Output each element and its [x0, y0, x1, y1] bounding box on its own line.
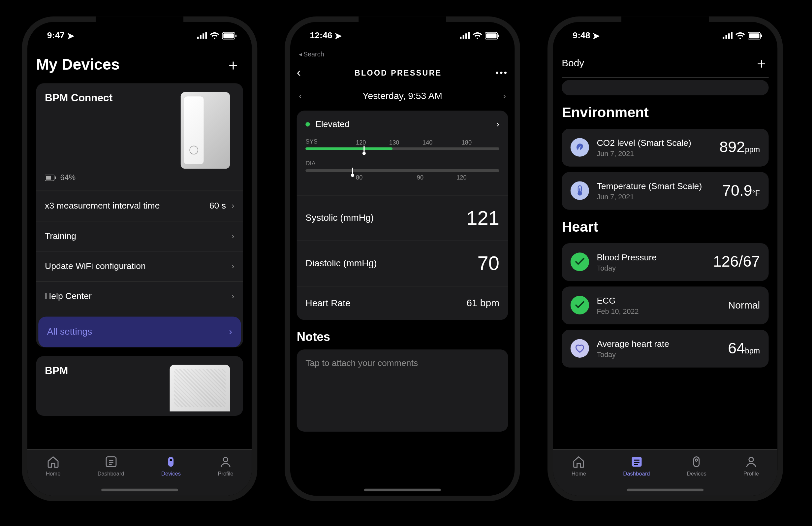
svg-rect-2 [203, 33, 204, 39]
tab-profile[interactable]: Profile [743, 455, 759, 477]
home-icon [46, 455, 60, 468]
row-help-center[interactable]: Help Center› [36, 281, 243, 311]
device-image [170, 365, 230, 412]
svg-rect-37 [634, 464, 638, 465]
home-indicator[interactable] [627, 489, 704, 491]
row-training[interactable]: Training› [36, 221, 243, 251]
metric-ecg[interactable]: ECGFeb 10, 2022 Normal [562, 286, 768, 324]
chevron-right-icon: › [232, 201, 234, 211]
bp-chart: SYS 120130140180 DIA 8090120 [297, 138, 508, 195]
metric-blood-pressure[interactable]: Blood PressureToday 126/67 [562, 243, 768, 281]
svg-rect-29 [749, 33, 759, 38]
battery-icon [748, 32, 762, 39]
svg-rect-23 [498, 34, 499, 37]
battery-icon [222, 32, 236, 39]
svg-rect-10 [106, 457, 116, 467]
svg-rect-27 [731, 32, 733, 39]
svg-rect-9 [55, 176, 56, 179]
notes-title: Notes [297, 330, 508, 344]
svg-rect-19 [465, 33, 467, 39]
location-icon: ➤ [592, 30, 599, 41]
dashboard-icon [104, 455, 117, 468]
heart-icon [570, 339, 589, 358]
tab-devices[interactable]: Devices [687, 455, 707, 477]
page-title: My Devices [36, 56, 243, 73]
home-indicator[interactable] [364, 489, 441, 491]
environment-title: Environment [562, 104, 768, 121]
dashboard-icon [630, 455, 643, 468]
status-bar: 9:47➤ [27, 22, 252, 49]
tab-home[interactable]: Home [46, 455, 60, 477]
tab-dashboard[interactable]: Dashboard [98, 455, 124, 477]
location-icon: ➤ [334, 30, 342, 41]
devices-icon [690, 455, 703, 468]
device-card-bpm[interactable]: BPM [36, 356, 243, 416]
notes-input[interactable]: Tap to attach your comments [297, 350, 508, 432]
bp-status-row[interactable]: Elevated › [297, 111, 508, 138]
leaf-icon [570, 138, 589, 156]
add-body-metric-button[interactable]: ＋ [754, 54, 768, 73]
profile-icon [745, 455, 758, 468]
systolic-row: Systolic (mmHg)121 [297, 195, 508, 241]
chevron-right-icon: › [232, 261, 234, 271]
home-icon [572, 455, 585, 468]
svg-rect-30 [761, 34, 762, 37]
metric-co2[interactable]: CO2 level (Smart Scale)Jun 7, 2021 892pp… [562, 128, 768, 166]
signal-icon [723, 32, 733, 39]
svg-rect-35 [634, 460, 639, 461]
svg-rect-22 [486, 33, 497, 38]
battery-percent: 64% [60, 173, 76, 182]
back-button[interactable]: ‹ [297, 66, 301, 80]
svg-rect-3 [205, 32, 207, 39]
svg-rect-36 [634, 461, 639, 463]
device-card-bpm-connect[interactable]: BPM Connect 64% x3 measurement interval … [36, 83, 243, 347]
devices-icon [164, 455, 178, 468]
svg-rect-17 [460, 37, 461, 39]
battery-small-icon [45, 174, 56, 181]
svg-rect-6 [235, 34, 236, 37]
row-wifi-config[interactable]: Update WiFi configuration› [36, 251, 243, 281]
phone-dashboard-screen: 9:48➤ Body ＋ Environment CO2 level (Smar… [548, 16, 783, 501]
more-button[interactable]: ••• [496, 68, 508, 78]
svg-rect-34 [632, 457, 641, 467]
date-prev-button[interactable]: ‹ [299, 91, 302, 102]
location-icon: ➤ [67, 30, 74, 41]
body-section-header: Body ＋ [562, 49, 768, 77]
back-to-search[interactable]: ◂Search [290, 49, 515, 59]
status-bar: 12:46➤ [290, 22, 515, 49]
chevron-right-icon: › [232, 231, 234, 241]
svg-rect-18 [463, 35, 464, 39]
signal-icon [197, 32, 207, 39]
status-dot-icon [305, 122, 310, 126]
status-time: 9:48 [572, 31, 590, 41]
home-indicator[interactable] [101, 489, 178, 491]
signal-icon [460, 32, 470, 39]
metric-avg-heart-rate[interactable]: Average heart rateToday 64bpm [562, 329, 768, 367]
wifi-icon [473, 32, 482, 39]
device-name: BPM [45, 365, 68, 377]
add-device-button[interactable]: ＋ [226, 55, 241, 75]
status-time: 12:46 [310, 31, 332, 41]
phone-devices-screen: 9:47➤ ＋ My Devices BPM Connect 64% x3 me… [22, 16, 257, 501]
tab-home[interactable]: Home [571, 455, 586, 477]
svg-rect-26 [728, 33, 730, 39]
svg-rect-8 [46, 175, 51, 180]
heart-title: Heart [562, 218, 768, 235]
check-icon [570, 253, 589, 271]
tab-devices[interactable]: Devices [161, 455, 181, 477]
date-next-button[interactable]: › [503, 91, 506, 102]
svg-point-16 [223, 457, 228, 461]
chevron-right-icon: › [496, 119, 499, 129]
svg-rect-25 [726, 35, 727, 39]
row-measurement-interval[interactable]: x3 measurement interval time60 s› [36, 191, 243, 221]
chevron-right-icon: › [232, 292, 234, 301]
metric-temperature[interactable]: Temperature (Smart Scale)Jun 7, 2021 70.… [562, 172, 768, 210]
tab-profile[interactable]: Profile [218, 455, 233, 477]
svg-rect-24 [723, 37, 724, 39]
wifi-icon [735, 32, 745, 39]
svg-rect-0 [197, 37, 199, 39]
all-settings-button[interactable]: All settings› [38, 316, 241, 347]
tab-dashboard[interactable]: Dashboard [623, 455, 650, 477]
svg-rect-20 [468, 32, 470, 39]
svg-point-15 [170, 459, 172, 461]
